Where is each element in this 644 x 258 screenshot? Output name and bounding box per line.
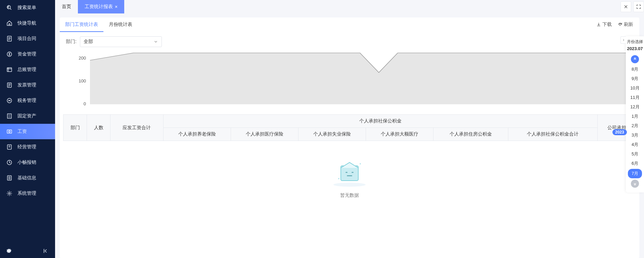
empty-text: 暂无数据 bbox=[63, 192, 636, 198]
year-badge: 2023 bbox=[612, 129, 627, 135]
svg-point-18 bbox=[360, 163, 361, 164]
refresh-button[interactable]: 刷新 bbox=[618, 22, 633, 28]
tab-home[interactable]: 首页 bbox=[55, 0, 78, 13]
y-tick-0: 0 bbox=[84, 101, 86, 106]
sidebar-item-label: 基础信息 bbox=[17, 175, 36, 181]
sidebar-item-label: 固定资产 bbox=[17, 113, 36, 119]
col-p-pension: 个人承担养老保险 bbox=[163, 128, 231, 141]
svg-rect-14 bbox=[341, 166, 358, 181]
empty-illustration-icon bbox=[329, 154, 370, 188]
sidebar-item-10[interactable]: 小畅报销 bbox=[0, 155, 55, 170]
empty-state: 暂无数据 bbox=[63, 141, 636, 209]
col-count: 人数 bbox=[87, 115, 110, 141]
sidebar-item-3[interactable]: 资金管理 bbox=[0, 46, 55, 62]
sidebar-item-label: 税务管理 bbox=[17, 98, 36, 104]
doc-icon bbox=[6, 35, 13, 42]
download-button[interactable]: 下载 bbox=[596, 22, 612, 28]
col-dept: 部门 bbox=[63, 115, 87, 141]
sidebar-item-label: 项目合同 bbox=[17, 36, 36, 42]
month-item-1月[interactable]: 1月 bbox=[626, 112, 644, 121]
collapse-sidebar-icon[interactable] bbox=[43, 248, 49, 255]
month-item-12月[interactable]: 12月 bbox=[626, 102, 644, 112]
sidebar-item-11[interactable]: 基础信息 bbox=[0, 170, 55, 186]
sidebar-item-5[interactable]: 发票管理 bbox=[0, 77, 55, 93]
svg-rect-5 bbox=[7, 114, 11, 118]
svg-rect-2 bbox=[7, 68, 11, 72]
svg-point-13 bbox=[333, 183, 366, 187]
tabbar-actions bbox=[620, 0, 644, 13]
content-card: 部门工资统计表 月份统计表 下载 刷新 部门: 全部 2 bbox=[60, 17, 639, 258]
sidebar-item-12[interactable]: 系统管理 bbox=[0, 186, 55, 201]
sidebar-item-6[interactable]: 税务管理 bbox=[0, 93, 55, 108]
col-p-medical: 个人承担医疗保险 bbox=[231, 128, 298, 141]
col-p-total: 个人承担社保公积金合计 bbox=[508, 128, 598, 141]
col-p-unemp: 个人承担失业保险 bbox=[298, 128, 366, 141]
svg-point-7 bbox=[9, 131, 10, 133]
inner-tab-month[interactable]: 月份统计表 bbox=[103, 17, 138, 32]
month-item-9月[interactable]: 9月 bbox=[626, 74, 644, 83]
sidebar-item-9[interactable]: 经营管理 bbox=[0, 139, 55, 155]
dept-select-value: 全部 bbox=[84, 39, 93, 45]
month-item-6月[interactable]: 6月 bbox=[626, 159, 644, 168]
salary-icon bbox=[6, 128, 13, 135]
month-item-10月[interactable]: 10月 bbox=[626, 83, 644, 93]
close-icon[interactable]: × bbox=[115, 4, 118, 9]
ledger-icon bbox=[6, 66, 13, 73]
inner-tab-dept[interactable]: 部门工资统计表 bbox=[60, 17, 103, 32]
sidebar-item-label: 快捷导航 bbox=[17, 20, 36, 26]
chart-plot bbox=[90, 50, 630, 104]
sidebar-item-label: 资金管理 bbox=[17, 51, 36, 57]
sidebar-item-2[interactable]: 项目合同 bbox=[0, 31, 55, 46]
month-item-5月[interactable]: 5月 bbox=[626, 149, 644, 159]
sidebar-item-0[interactable]: 搜索菜单 bbox=[0, 0, 55, 15]
close-all-button[interactable] bbox=[620, 1, 631, 12]
sidebar-item-label: 搜索菜单 bbox=[17, 5, 36, 11]
refresh-label: 刷新 bbox=[624, 22, 633, 28]
tabbar: 首页 工资统计报表 × bbox=[55, 0, 644, 13]
month-picker-current: 2023.07 bbox=[626, 45, 644, 54]
svg-rect-15 bbox=[346, 172, 348, 173]
dept-select[interactable]: 全部 bbox=[80, 36, 162, 47]
chevron-down-icon bbox=[153, 39, 158, 44]
settings-icon[interactable] bbox=[6, 248, 12, 255]
svg-rect-17 bbox=[347, 175, 352, 176]
sidebar-item-4[interactable]: 总账管理 bbox=[0, 62, 55, 77]
month-scroll-up[interactable] bbox=[631, 55, 639, 63]
sidebar-item-1[interactable]: 快捷导航 bbox=[0, 15, 55, 31]
svg-rect-12 bbox=[44, 249, 44, 253]
col-p-major: 个人承担大额医疗 bbox=[366, 128, 433, 141]
fullscreen-button[interactable] bbox=[633, 1, 644, 12]
month-item-4月[interactable]: 4月 bbox=[626, 140, 644, 149]
coin-icon bbox=[6, 51, 13, 58]
col-gross: 应发工资合计 bbox=[110, 115, 163, 141]
month-item-3月[interactable]: 3月 bbox=[626, 131, 644, 140]
system-icon bbox=[6, 190, 13, 197]
salary-table: 部门 人数 应发工资合计 个人承担社保公积金 公司承担 个人承担养老保险 个人承… bbox=[63, 114, 636, 141]
month-collapse-handle[interactable] bbox=[620, 36, 626, 44]
month-item-8月[interactable]: 8月 bbox=[626, 65, 644, 74]
svg-rect-6 bbox=[7, 130, 11, 133]
month-picker: 月份选择 2023.07 8月9月10月11月12月1月2月3月4月5月6月7月… bbox=[626, 36, 644, 192]
table-container[interactable]: 部门 人数 应发工资合计 个人承担社保公积金 公司承担 个人承担养老保险 个人承… bbox=[60, 114, 639, 209]
y-tick-100: 100 bbox=[79, 78, 86, 83]
sidebar-item-label: 工资 bbox=[17, 128, 27, 135]
dept-filter-label: 部门: bbox=[66, 39, 77, 45]
tax-icon bbox=[6, 97, 13, 104]
sidebar-item-8[interactable]: 工资 bbox=[0, 124, 55, 139]
tab-salary-report[interactable]: 工资统计报表 × bbox=[78, 0, 124, 13]
building-icon bbox=[6, 113, 13, 119]
svg-point-11 bbox=[9, 193, 10, 194]
sidebar-item-7[interactable]: 固定资产 bbox=[0, 108, 55, 124]
month-item-7月[interactable]: 7月 bbox=[628, 169, 642, 178]
chart: 200 100 0 bbox=[60, 49, 639, 114]
sidebar-item-label: 系统管理 bbox=[17, 190, 36, 196]
month-item-11月[interactable]: 11月 bbox=[626, 93, 644, 102]
search-icon bbox=[6, 4, 13, 11]
sidebar: 搜索菜单快捷导航项目合同资金管理总账管理发票管理税务管理固定资产工资经营管理小畅… bbox=[0, 0, 55, 258]
col-p-housing: 个人承担住房公积金 bbox=[433, 128, 508, 141]
month-scroll-down[interactable] bbox=[631, 180, 639, 188]
month-item-2月[interactable]: 2月 bbox=[626, 121, 644, 131]
download-label: 下载 bbox=[602, 22, 612, 28]
svg-point-19 bbox=[338, 178, 339, 179]
month-picker-title: 月份选择 bbox=[626, 38, 644, 45]
